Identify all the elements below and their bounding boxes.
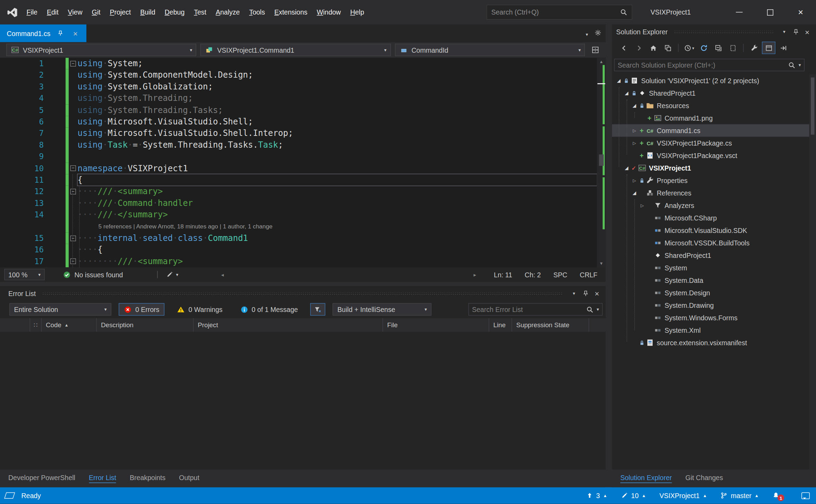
panel-tab-developer-powershell[interactable]: Developer PowerShell: [8, 474, 75, 483]
code-line[interactable]: using·System.ComponentModel.Design;: [78, 69, 597, 81]
expander-icon[interactable]: ◢: [631, 103, 638, 108]
home-icon[interactable]: [646, 42, 660, 54]
close-icon[interactable]: ×: [70, 28, 81, 39]
menu-extensions[interactable]: Extensions: [270, 5, 312, 19]
panel-tab-solution-explorer[interactable]: Solution Explorer: [620, 474, 672, 483]
tree-item-vsixproject1package-cs[interactable]: ▷+C#VSIXProject1Package.cs: [612, 137, 816, 149]
code-line[interactable]: using·System;: [78, 58, 597, 70]
pin-icon[interactable]: [790, 26, 801, 37]
gear-icon[interactable]: [594, 29, 602, 38]
fold-marker[interactable]: −: [69, 163, 78, 174]
collapse-all-icon[interactable]: [712, 42, 725, 54]
properties-icon[interactable]: [747, 42, 761, 54]
panel-tab-output[interactable]: Output: [179, 474, 199, 483]
messages-toggle[interactable]: 0 of 1 Message: [235, 303, 303, 316]
expander-icon[interactable]: ◢: [631, 190, 638, 195]
column-header-suppression-state[interactable]: Suppression State: [512, 318, 589, 332]
chevron-down-icon[interactable]: ▾: [568, 288, 580, 299]
scrollbar-thumb[interactable]: [599, 155, 604, 166]
project-dropdown[interactable]: C# VSIXProject1 ▾: [6, 44, 196, 56]
vertical-scrollbar[interactable]: ▲ ▼: [597, 58, 606, 268]
tree-item-system-drawing[interactable]: System.Drawing: [612, 299, 816, 312]
tree-item-solution-vsixproject1-2-of-2-projects[interactable]: ◢Solution 'VSIXProject1' (2 of 2 project…: [612, 75, 816, 87]
scrollbar-thumb[interactable]: [811, 78, 815, 135]
scroll-right-icon[interactable]: ▸: [474, 272, 476, 278]
expander-icon[interactable]: ▷: [631, 178, 638, 183]
menu-project[interactable]: Project: [105, 5, 136, 19]
error-list-search-input[interactable]: [472, 305, 583, 313]
source-filter-dropdown[interactable]: Build + IntelliSense ▾: [333, 303, 432, 316]
code-line[interactable]: namespace·VSIXProject1: [78, 163, 597, 174]
member-dropdown[interactable]: CommandId ▾: [395, 44, 585, 56]
code-line[interactable]: ····///·<summary>: [78, 186, 597, 198]
edit-indicator[interactable]: ▾: [166, 271, 178, 278]
code-line[interactable]: ····///·Command·handler: [78, 198, 597, 209]
column-header-description[interactable]: Description: [97, 318, 194, 332]
fold-marker[interactable]: −: [69, 186, 78, 198]
tree-item-vsixproject1[interactable]: ◢✓C#VSIXProject1: [612, 162, 816, 174]
horizontal-scrollbar[interactable]: ◂ ▸: [221, 267, 476, 282]
feedback-icon[interactable]: [801, 492, 810, 499]
expander-icon[interactable]: ◢: [615, 78, 622, 83]
expander-icon[interactable]: ◢: [623, 90, 630, 96]
fold-marker[interactable]: −: [69, 232, 78, 244]
maximize-button[interactable]: [755, 0, 785, 25]
tree-item-sharedproject1[interactable]: SharedProject1: [612, 249, 816, 262]
close-icon[interactable]: ×: [801, 26, 813, 37]
panel-tab-error-list[interactable]: Error List: [89, 474, 116, 483]
error-list-body[interactable]: [0, 332, 606, 470]
pending-changes-button[interactable]: 10 ▲: [621, 492, 646, 499]
panel-splitter[interactable]: [0, 282, 606, 286]
tree-item-vsixproject1package-vsct[interactable]: +VSIXProject1Package.vsct: [612, 149, 816, 162]
column-header-code[interactable]: Code▲: [42, 318, 97, 332]
menu-git[interactable]: Git: [87, 5, 105, 19]
tree-item-properties[interactable]: ▷Properties: [612, 174, 816, 187]
outgoing-commits-button[interactable]: 3 ▲: [586, 492, 607, 499]
quick-search-box[interactable]: [487, 5, 632, 20]
solution-explorer-scrollbar[interactable]: [809, 75, 816, 470]
tree-item-system-design[interactable]: System.Design: [612, 287, 816, 299]
expander-icon[interactable]: ◢: [623, 165, 630, 171]
close-icon[interactable]: ×: [591, 288, 603, 299]
fold-marker[interactable]: −: [69, 255, 78, 267]
tab-command1-cs[interactable]: Command1.cs ×: [0, 25, 86, 42]
code-line[interactable]: [78, 151, 597, 163]
branch-picker[interactable]: master ▲: [721, 492, 759, 499]
zoom-dropdown[interactable]: 100 % ▾: [4, 269, 45, 280]
menu-build[interactable]: Build: [136, 5, 160, 19]
tree-item-sharedproject1[interactable]: ◢SharedProject1: [612, 87, 816, 99]
fold-marker[interactable]: −: [69, 58, 78, 70]
code-editor[interactable]: 1−using·System;2using·System.ComponentMo…: [0, 58, 606, 268]
menu-window[interactable]: Window: [312, 5, 346, 19]
code-line[interactable]: {: [78, 174, 597, 186]
tree-item-references[interactable]: ◢References: [612, 187, 816, 199]
tree-item-microsoft-vssdk-buildtools[interactable]: Microsoft.VSSDK.BuildTools: [612, 237, 816, 249]
menu-debug[interactable]: Debug: [160, 5, 189, 19]
code-line[interactable]: using·Task·=·System.Threading.Tasks.Task…: [78, 139, 597, 151]
notifications-bell[interactable]: 1: [772, 492, 780, 499]
code-line[interactable]: using·System.Globalization;: [78, 81, 597, 93]
vs-logo-icon[interactable]: [3, 3, 22, 21]
tree-item-source-extension-vsixmanifest[interactable]: source.extension.vsixmanifest: [612, 337, 816, 349]
code-line[interactable]: ····///·</summary>: [78, 209, 597, 221]
tree-item-system[interactable]: System: [612, 262, 816, 274]
column-header-file[interactable]: File: [383, 318, 489, 332]
menu-file[interactable]: File: [22, 5, 42, 19]
menu-view[interactable]: View: [63, 5, 87, 19]
errors-toggle[interactable]: 0 Errors: [119, 303, 164, 316]
code-line[interactable]: using·System.Threading;: [78, 93, 597, 104]
spaces-indicator[interactable]: SPC: [553, 271, 567, 279]
navigate-back-icon[interactable]: [617, 42, 631, 54]
menu-tools[interactable]: Tools: [245, 5, 270, 19]
expander-icon[interactable]: ▷: [639, 203, 646, 208]
drag-grip[interactable]: [42, 292, 563, 296]
close-button[interactable]: ×: [785, 0, 816, 25]
tree-item-command1-cs[interactable]: ▷+C#Command1.cs: [612, 124, 816, 137]
column-header-project[interactable]: Project: [194, 318, 383, 332]
error-list-search[interactable]: ▾: [468, 303, 603, 316]
solution-explorer-search-input[interactable]: [618, 61, 785, 69]
repository-picker[interactable]: VSIXProject1 ▲: [660, 492, 707, 499]
panel-tab-breakpoints[interactable]: Breakpoints: [130, 474, 165, 483]
pin-icon[interactable]: [54, 28, 66, 39]
pin-icon[interactable]: [580, 288, 591, 299]
